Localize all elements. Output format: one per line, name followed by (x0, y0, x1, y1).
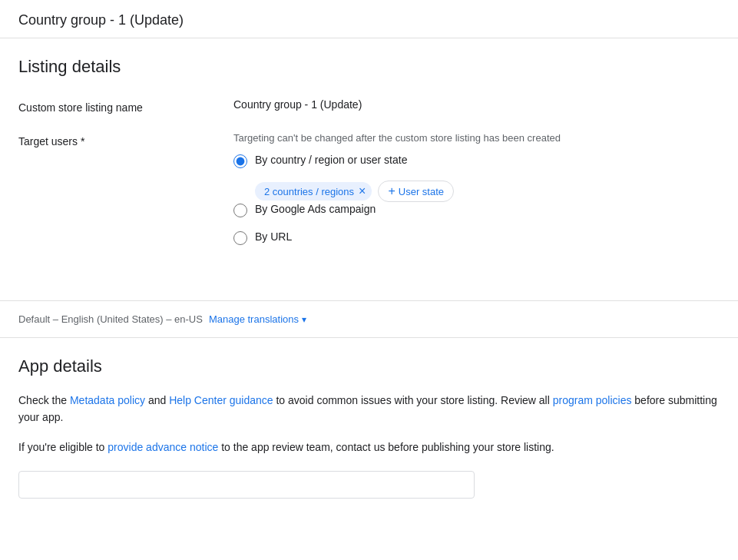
manage-translations-dropdown-icon: ▾ (302, 314, 306, 325)
policy-text-before: Check the (18, 394, 70, 406)
advance-notice-after: to the app review team, contact us befor… (218, 441, 554, 453)
policy-text-between2: to avoid common issues with your store l… (273, 394, 553, 406)
radio-group: By country / region or user state 2 coun… (233, 153, 720, 257)
country-chips-area: 2 countries / regions × + User state (255, 181, 720, 202)
translations-text: Default – English (United States) – en-U… (18, 313, 203, 325)
countries-chip-text: 2 countries / regions (264, 186, 354, 197)
targeting-hint: Targeting can't be changed after the cus… (233, 132, 720, 144)
user-state-button-label: User state (399, 186, 444, 197)
radio-by-google-ads[interactable] (233, 204, 247, 217)
manage-translations-button[interactable]: Manage translations ▾ (209, 313, 306, 325)
page-header: Country group - 1 (Update) (0, 0, 738, 38)
policy-paragraph: Check the Metadata policy and Help Cente… (18, 392, 720, 426)
metadata-policy-link[interactable]: Metadata policy (70, 394, 145, 406)
custom-store-name-value: Country group - 1 (Update) (233, 98, 720, 111)
custom-store-name-row: Custom store listing name Country group … (18, 98, 720, 114)
bottom-input-outline (18, 471, 475, 499)
translations-bar: Default – English (United States) – en-U… (0, 301, 738, 338)
radio-by-url[interactable] (233, 231, 247, 245)
radio-option-ads: By Google Ads campaign (233, 202, 720, 217)
radio-option-country: By country / region or user state 2 coun… (233, 153, 720, 202)
advance-notice-paragraph: If you're eligible to provide advance no… (18, 439, 720, 456)
countries-chip-close[interactable]: × (359, 185, 366, 197)
target-users-field: Targeting can't be changed after the cus… (233, 132, 720, 257)
program-policies-link[interactable]: program policies (553, 394, 632, 406)
advance-notice-link[interactable]: provide advance notice (108, 441, 218, 453)
manage-translations-label: Manage translations (209, 313, 299, 325)
help-center-link[interactable]: Help Center guidance (169, 394, 273, 406)
radio-by-google-ads-label: By Google Ads campaign (255, 202, 376, 215)
plus-icon: + (388, 184, 395, 198)
bottom-input-row (18, 471, 720, 499)
page-title: Country group - 1 (Update) (18, 12, 720, 28)
radio-by-country[interactable] (233, 154, 247, 168)
custom-store-name-label: Custom store listing name (18, 98, 233, 114)
app-details-section: App details Check the Metadata policy an… (0, 338, 738, 523)
countries-chip: 2 countries / regions × (255, 182, 372, 200)
policy-text-between1: and (145, 394, 169, 406)
listing-details-section: Listing details Custom store listing nam… (0, 38, 738, 301)
advance-notice-before: If you're eligible to (18, 441, 108, 453)
radio-option-url: By URL (233, 230, 720, 245)
app-details-title: App details (18, 356, 720, 376)
add-user-state-button[interactable]: + User state (378, 181, 454, 202)
target-users-row: Target users * Targeting can't be change… (18, 132, 720, 257)
target-users-label: Target users * (18, 132, 233, 147)
listing-details-title: Listing details (18, 57, 720, 77)
radio-by-url-label: By URL (255, 230, 292, 243)
radio-by-country-label: By country / region or user state (255, 153, 407, 166)
radio-option-country-row: By country / region or user state (233, 153, 720, 168)
